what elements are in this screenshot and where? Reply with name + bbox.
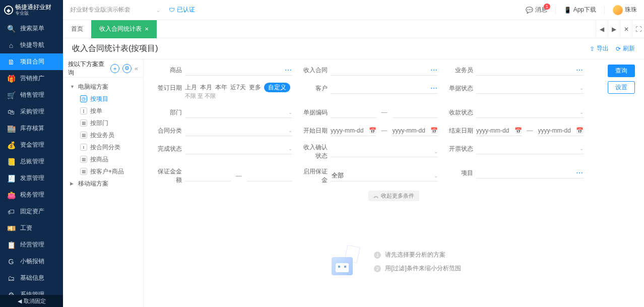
sidebar-item-ledger[interactable]: 📒总账管理 (0, 153, 63, 170)
sidebar-item-label: 搜索菜单 (20, 24, 44, 33)
deposit-from-input[interactable] (185, 170, 231, 181)
project-input[interactable]: ⋯ (476, 167, 584, 178)
tree-node-label: 按部门 (90, 119, 108, 128)
sidebar-item-label: 采购管理 (20, 107, 44, 116)
more-icon[interactable]: ⋯ (430, 66, 438, 74)
sidebar-item-inventory[interactable]: 🏬库存核算 (0, 120, 63, 137)
sidebar-item-funds[interactable]: 💰资金管理 (0, 137, 63, 153)
sidebar-item-tax[interactable]: 👛税务管理 (0, 187, 63, 203)
home-icon: ⌂ (7, 41, 15, 49)
more-icon[interactable]: ⋯ (576, 66, 584, 74)
more-icon[interactable]: ⋯ (285, 66, 292, 74)
tree-node-by-product[interactable]: ▦按商品 (63, 153, 143, 165)
empty-state: 1请先选择要分析的方案 2用[过滤]条件来缩小分析范围 (144, 216, 644, 307)
export-button[interactable]: ⇪导出 (590, 44, 609, 53)
sidebar-item-label: 经营管理 (20, 240, 44, 249)
scheme-collapse-button[interactable]: « (135, 65, 138, 72)
tree-node-by-customer-product[interactable]: ▦按客户+商品 (63, 165, 143, 177)
end-date-from-input[interactable]: 📅 (476, 125, 522, 136)
sidebar-item-search[interactable]: 🔍搜索菜单 (0, 20, 63, 37)
start-date-from-input[interactable]: 📅 (331, 125, 376, 136)
doc-no-to-input[interactable] (393, 107, 438, 118)
enable-deposit-select[interactable]: 全部⌄ (331, 170, 438, 181)
contract-category-select[interactable]: ⌄ (185, 125, 292, 136)
date-quick-last-month[interactable]: 上月 (185, 83, 197, 92)
calendar-icon[interactable]: 📅 (576, 127, 584, 134)
product-input[interactable]: ⋯ (185, 65, 292, 76)
tree-node-by-project[interactable]: ◷按项目 (63, 93, 143, 105)
more-icon[interactable]: ⋯ (576, 169, 584, 177)
sidebar-item-expense[interactable]: G小畅报销 (0, 253, 63, 270)
close-icon[interactable]: ✕ (145, 26, 149, 32)
sidebar-item-quicknav[interactable]: ⌂快捷导航 (0, 37, 63, 53)
tree-node-pc[interactable]: ▼电脑端方案 (63, 81, 143, 93)
sidebar-item-assets[interactable]: 🏷固定资产 (0, 203, 63, 220)
complete-status-select[interactable]: ⌄ (185, 143, 292, 154)
sidebar-item-project-contract[interactable]: 🗎项目合同 (0, 53, 63, 70)
collapse-label: 收起更多条件 (381, 192, 414, 200)
sidebar-item-operation[interactable]: 📋经营管理 (0, 236, 63, 253)
customer-input[interactable]: ⋯ (331, 83, 438, 94)
collapse-conditions-button[interactable]: ︽收起更多条件 (368, 191, 419, 201)
field-income-contract: 收入合同⋯ (298, 65, 438, 76)
more-icon[interactable]: ⋯ (430, 84, 438, 92)
collect-status-select[interactable]: ⌄ (476, 107, 584, 118)
tree-node-by-category[interactable]: ⫾按合同分类 (63, 141, 143, 153)
search-icon: 🔍 (7, 25, 15, 33)
date-quick-custom[interactable]: 自定义 (264, 83, 290, 92)
enable-deposit-value: 全部 (332, 171, 344, 180)
tab-next-button[interactable]: ▶ (608, 20, 620, 38)
sidebar-item-marketing[interactable]: 🎁营销推广 (0, 70, 63, 87)
date-quick-more[interactable]: 更多 (249, 83, 261, 92)
scheme-tree: ▼电脑端方案 ◷按项目 ⫿按单 ▦按部门 ▦按业务员 ⫾按合同分类 ▦按商品 ▦… (63, 78, 143, 307)
fullscreen-button[interactable]: ⛶ (632, 20, 644, 38)
calendar-icon[interactable]: 📅 (369, 127, 376, 134)
sidebar-unpin-button[interactable]: ◀ 取消固定 (0, 295, 63, 307)
start-date-to-input[interactable]: 📅 (393, 125, 438, 136)
end-date-to-input[interactable]: 📅 (538, 125, 584, 136)
invoice-status-select[interactable]: ⌄ (476, 143, 584, 154)
tree-node-by-dept[interactable]: ▦按部门 (63, 117, 143, 129)
user-menu[interactable]: 珠珠 (613, 5, 637, 15)
sidebar-item-purchase[interactable]: 🛍采购管理 (0, 103, 63, 120)
deposit-to-input[interactable] (247, 170, 293, 181)
doc-no-from-input[interactable] (331, 107, 376, 118)
refresh-button[interactable]: ⟳刷新 (616, 44, 635, 53)
account-selector[interactable]: 好业财专业版演示帐套 ⌄ (70, 6, 161, 14)
app-download-label: App下载 (573, 6, 596, 14)
clock-icon: ◷ (80, 95, 87, 102)
tree-node-by-doc[interactable]: ⫿按单 (63, 105, 143, 117)
sidebar-item-salary[interactable]: 💴工资 (0, 220, 63, 236)
tree-node-by-sales[interactable]: ▦按业务员 (63, 129, 143, 141)
sidebar-item-sales[interactable]: 🛒销售管理 (0, 87, 63, 103)
income-confirm-select[interactable]: ⌄ (331, 146, 438, 157)
chevron-down-icon: ⌄ (156, 7, 161, 14)
income-contract-input[interactable]: ⋯ (331, 65, 438, 76)
date-quick-7days[interactable]: 近7天 (230, 83, 246, 92)
tab-prev-button[interactable]: ◀ (596, 20, 608, 38)
settings-button[interactable]: 设置 (608, 81, 635, 94)
date-quick-this-month[interactable]: 本月 (200, 83, 212, 92)
grid-icon: ▦ (80, 156, 87, 163)
scheme-settings-button[interactable]: ⚙ (122, 64, 132, 73)
add-scheme-button[interactable]: + (110, 64, 119, 73)
doc-status-select[interactable]: ⌄ (476, 83, 584, 94)
sidebar-item-system[interactable]: ⚙系统管理 (0, 286, 63, 295)
calendar-icon[interactable]: 📅 (430, 127, 438, 134)
gift-icon: 🎁 (7, 75, 15, 83)
tab-close-all-button[interactable]: ✕ (620, 20, 632, 38)
sidebar-item-basicinfo[interactable]: 🗂基础信息 (0, 270, 63, 286)
messages-button[interactable]: 💬 消息 1 (526, 6, 547, 14)
tree-node-mobile[interactable]: ▶移动端方案 (63, 177, 143, 190)
tab-home[interactable]: 首页 (63, 20, 91, 38)
date-quick-this-year[interactable]: 本年 (215, 83, 227, 92)
sidebar-item-invoice[interactable]: 🧾发票管理 (0, 170, 63, 187)
sidebar: ◆ 畅捷通好业财 专业版 🔍搜索菜单 ⌂快捷导航 🗎项目合同 🎁营销推广 🛒销售… (0, 0, 63, 307)
tab-income-contract-report[interactable]: 收入合同统计表 ✕ (91, 20, 157, 38)
query-button[interactable]: 查询 (608, 65, 635, 77)
sales-input[interactable]: ⋯ (476, 65, 584, 76)
app-download-button[interactable]: 📱 App下载 (564, 6, 596, 14)
calendar-icon[interactable]: 📅 (514, 127, 522, 134)
dept-select[interactable]: ⌄ (185, 107, 292, 118)
chevron-down-icon: ⌄ (579, 109, 584, 115)
